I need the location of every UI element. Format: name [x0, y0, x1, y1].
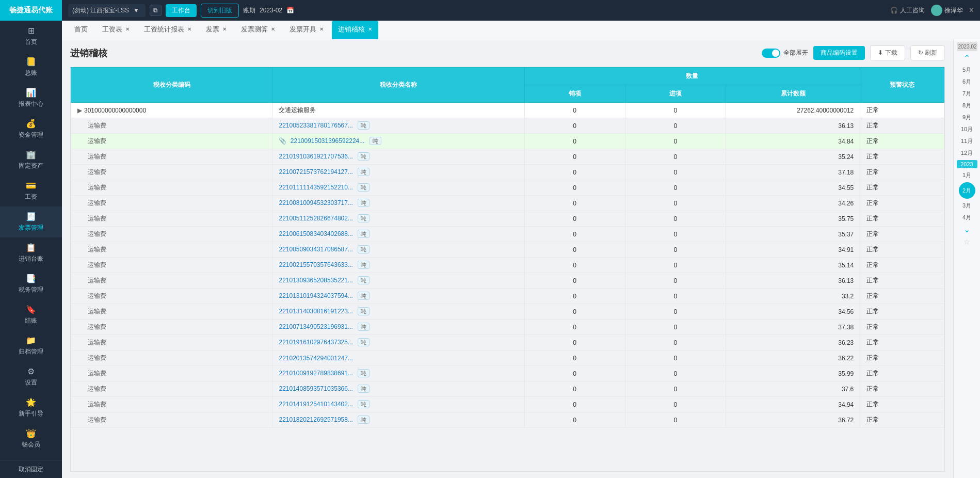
sidebar-item-assets[interactable]: 🏢 固定资产 [0, 145, 62, 176]
sidebar-item-capital[interactable]: 💰 资金管理 [0, 114, 62, 145]
settle-icon: 🔖 [26, 305, 36, 314]
sidebar-item-sales-desk[interactable]: 📋 进销台账 [0, 237, 62, 268]
tab-close-icon[interactable]: ✕ [271, 26, 275, 32]
tab-close-icon[interactable]: ✕ [125, 26, 130, 32]
table-row[interactable]: 运输费 22100215570357643633... 吨 0 0 35.14 … [71, 258, 944, 273]
sidebar-item-report[interactable]: 📊 报表中心 [0, 83, 62, 114]
user-info[interactable]: 徐泽华 [931, 5, 963, 16]
calendar-month-2-active[interactable]: 2月 [959, 182, 975, 199]
copy-button[interactable]: ⧉ [150, 5, 162, 16]
download-button[interactable]: ⬇ 下载 [870, 45, 905, 60]
cell-tax-code: 运输费 [71, 118, 272, 134]
cell-tax-code: 运输费 [71, 258, 272, 273]
cell-invoice-no: 22100713490523196931... 吨 [272, 320, 524, 335]
table-row[interactable]: 运输费 22102013574294001247... 0 0 36.22 正常 [71, 350, 944, 366]
cell-cumulative: 36.13 [726, 273, 860, 289]
calendar-star-icon: ☆ [963, 237, 970, 246]
sidebar-item-tax[interactable]: 📑 税务管理 [0, 268, 62, 299]
refresh-button[interactable]: ↻ 刷新 [910, 45, 945, 60]
table-row[interactable]: 运输费 22101916102976437325... 吨 0 0 36.23 … [71, 335, 944, 350]
cell-tax-code: 运输费 [71, 242, 272, 258]
table-row[interactable]: 运输费 📎 22100915031396592224... 吨 0 0 34.8… [71, 134, 944, 149]
sidebar-item-member[interactable]: 👑 畅会员 [0, 423, 62, 454]
unit-tag: 吨 [358, 245, 369, 253]
table-row[interactable]: ▶301000000000000000 交通运输服务 0 0 27262.400… [71, 103, 944, 118]
cell-status: 正常 [860, 273, 944, 289]
sidebar-item-salary[interactable]: 💳 工资 [0, 176, 62, 206]
cell-invoice-no: 22101408593571035366... 吨 [272, 381, 524, 397]
tab-salary-table[interactable]: 工资表 ✕ [96, 21, 136, 39]
cell-purchase: 0 [625, 289, 726, 304]
cell-cumulative: 35.24 [726, 149, 860, 165]
calendar-month-3[interactable]: 3月 [957, 200, 977, 212]
table-row[interactable]: 运输费 22101314030816191223... 吨 0 0 34.56 … [71, 304, 944, 320]
sidebar-item-label: 总账 [25, 69, 37, 77]
cell-sales: 0 [524, 118, 625, 134]
table-row[interactable]: 运输费 22101111143592152210... 吨 0 0 34.55 … [71, 180, 944, 196]
sidebar-item-label: 设置 [25, 378, 37, 387]
table-row[interactable]: 运输费 22100615083403402688... 吨 0 0 35.37 … [71, 227, 944, 242]
sidebar-item-invoice[interactable]: 🧾 发票管理 [0, 206, 62, 237]
table-row[interactable]: 运输费 22101309365208535221... 吨 0 0 36.13 … [71, 273, 944, 289]
switch-old-button[interactable]: 切到旧版 [201, 4, 239, 18]
calendar-month-7[interactable]: 7月 [957, 88, 977, 100]
table-row[interactable]: 运输费 22101408593571035366... 吨 0 0 37.6 正… [71, 381, 944, 397]
sidebar-item-label: 资金管理 [19, 131, 43, 139]
tab-close-icon[interactable]: ✕ [222, 26, 227, 32]
toggle-track[interactable] [762, 49, 780, 58]
expand-arrow[interactable]: ▶ [77, 107, 82, 114]
calendar-month-9[interactable]: 9月 [957, 111, 977, 123]
table-row[interactable]: 运输费 22100721573762194127... 吨 0 0 37.18 … [71, 165, 944, 180]
table-row[interactable]: 运输费 22101910361921707536... 吨 0 0 35.24 … [71, 149, 944, 165]
toggle-thumb [772, 50, 779, 57]
calendar-up-button[interactable]: ⌃ [962, 52, 971, 64]
tab-home[interactable]: 首页 [68, 21, 94, 39]
calendar-month-6[interactable]: 6月 [957, 76, 977, 88]
workbench-button[interactable]: 工作台 [166, 4, 197, 17]
tabs-bar: 首页 工资表 ✕ 工资统计报表 ✕ 发票 ✕ 发票测算 ✕ 发票开具 ✕ 进销稽… [62, 21, 980, 39]
table-row[interactable]: 运输费 22101419125410143402... 吨 0 0 34.94 … [71, 397, 944, 412]
cell-tax-code: 运输费 [71, 289, 272, 304]
cell-purchase: 0 [625, 397, 726, 412]
table-row[interactable]: 运输费 22101310194324037594... 吨 0 0 33.2 正… [71, 289, 944, 304]
table-row[interactable]: 运输费 22100509034317086587... 吨 0 0 34.91 … [71, 242, 944, 258]
table-row[interactable]: 运输费 22101009192789838691... 吨 0 0 35.99 … [71, 366, 944, 381]
calendar-month-8[interactable]: 8月 [957, 100, 977, 111]
sidebar-item-guide[interactable]: 🌟 新手引导 [0, 392, 62, 423]
table-row[interactable]: 运输费 22100523381780176567... 吨 0 0 36.13 … [71, 118, 944, 134]
tab-sales-verify[interactable]: 进销稽核 ✕ [332, 21, 378, 39]
tab-invoice-calc[interactable]: 发票测算 ✕ [235, 21, 281, 39]
close-button[interactable]: × [969, 6, 974, 15]
pin-toggle[interactable]: 取消固定 [0, 460, 62, 478]
calendar-down-button[interactable]: ⌄ [962, 224, 971, 235]
calendar-year-prev[interactable]: 2023.02 [957, 42, 977, 51]
calendar-month-11[interactable]: 11月 [957, 135, 977, 147]
table-row[interactable]: 运输费 22100511252826674802... 吨 0 0 35.75 … [71, 211, 944, 227]
sidebar-item-ledger[interactable]: 📒 总账 [0, 52, 62, 83]
tab-invoice-open[interactable]: 发票开具 ✕ [283, 21, 330, 39]
tab-close-icon[interactable]: ✕ [187, 26, 191, 32]
table-row[interactable]: 运输费 22101820212692571958... 吨 0 0 36.72 … [71, 412, 944, 428]
pin-label: 取消固定 [19, 465, 43, 474]
company-selector[interactable]: (勿动) 江西报宝-LSS ▼ [68, 4, 146, 17]
sidebar-item-settings[interactable]: ⚙ 设置 [0, 361, 62, 392]
tab-salary-report[interactable]: 工资统计报表 ✕ [138, 21, 198, 39]
sidebar-item-settle[interactable]: 🔖 结账 [0, 299, 62, 330]
product-settings-button[interactable]: 商品编码设置 [813, 46, 865, 60]
tab-invoice[interactable]: 发票 ✕ [200, 21, 233, 39]
unit-tag: 吨 [358, 230, 369, 238]
sidebar-item-label: 固定资产 [19, 162, 43, 170]
calendar-month-4[interactable]: 4月 [957, 212, 977, 224]
tab-close-icon[interactable]: ✕ [368, 26, 372, 32]
calendar-month-12[interactable]: 12月 [957, 147, 977, 159]
table-row[interactable]: 运输费 22100713490523196931... 吨 0 0 37.38 … [71, 320, 944, 335]
calendar-month-1[interactable]: 1月 [957, 169, 977, 181]
expand-toggle[interactable]: 全部展开 [762, 49, 808, 58]
tab-close-icon[interactable]: ✕ [319, 26, 324, 32]
calendar-month-10[interactable]: 10月 [957, 123, 977, 135]
sidebar-item-archive[interactable]: 📁 归档管理 [0, 330, 62, 361]
table-row[interactable]: 运输费 22100810094532303717... 吨 0 0 34.26 … [71, 196, 944, 211]
calendar-month-5[interactable]: 5月 [957, 64, 977, 76]
support-label[interactable]: 🎧 人工咨询 [890, 6, 924, 15]
sidebar-item-home[interactable]: ⊞ 首页 [0, 21, 62, 52]
